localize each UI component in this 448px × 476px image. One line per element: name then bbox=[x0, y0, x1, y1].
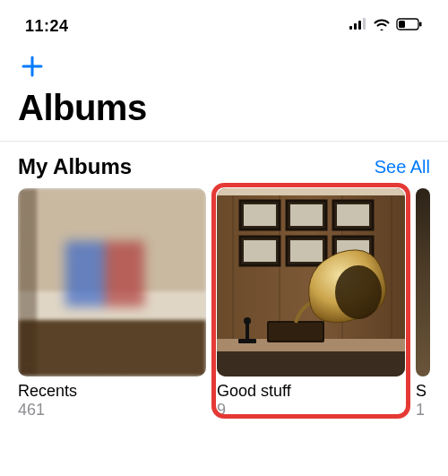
album-cover bbox=[18, 188, 206, 376]
album-name: S bbox=[416, 382, 430, 401]
svg-rect-6 bbox=[419, 22, 422, 27]
svg-rect-18 bbox=[337, 204, 369, 226]
album-count: 461 bbox=[18, 401, 206, 420]
svg-rect-32 bbox=[238, 339, 256, 343]
svg-point-29 bbox=[335, 265, 382, 319]
status-time: 11:24 bbox=[25, 17, 69, 36]
battery-icon bbox=[396, 18, 423, 34]
album-cover bbox=[217, 188, 405, 376]
svg-rect-30 bbox=[246, 323, 249, 341]
album-partial[interactable]: S 1 bbox=[416, 188, 430, 420]
album-recents[interactable]: Recents 461 bbox=[18, 188, 206, 420]
svg-rect-2 bbox=[358, 21, 361, 30]
svg-rect-14 bbox=[244, 204, 276, 226]
signal-icon bbox=[349, 18, 367, 34]
svg-rect-5 bbox=[399, 21, 405, 28]
plus-icon bbox=[21, 55, 44, 78]
page-title: Albums bbox=[18, 88, 430, 128]
album-name: Good stuff bbox=[217, 382, 405, 401]
toolbar bbox=[0, 45, 448, 84]
wifi-icon bbox=[373, 18, 391, 34]
page-header: Albums bbox=[0, 84, 448, 135]
gramophone-image bbox=[217, 188, 405, 376]
add-album-button[interactable] bbox=[18, 52, 47, 81]
status-bar: 11:24 bbox=[0, 0, 448, 45]
svg-rect-26 bbox=[217, 351, 405, 376]
albums-list[interactable]: Recents 461 bbox=[0, 188, 448, 420]
album-cover bbox=[416, 188, 430, 376]
svg-rect-20 bbox=[244, 240, 276, 262]
svg-rect-0 bbox=[349, 26, 352, 30]
svg-rect-28 bbox=[269, 323, 323, 341]
section-title: My Albums bbox=[18, 154, 132, 179]
svg-rect-3 bbox=[363, 18, 366, 30]
svg-rect-22 bbox=[290, 240, 323, 262]
album-name: Recents bbox=[18, 382, 206, 401]
status-indicators bbox=[349, 18, 423, 34]
svg-rect-16 bbox=[290, 204, 323, 226]
svg-point-31 bbox=[244, 317, 251, 325]
section-header: My Albums See All bbox=[0, 142, 448, 188]
album-count: 1 bbox=[416, 401, 430, 420]
svg-rect-1 bbox=[354, 23, 357, 30]
svg-rect-12 bbox=[217, 188, 405, 195]
album-count: 9 bbox=[217, 401, 405, 420]
album-good-stuff[interactable]: Good stuff 9 bbox=[217, 188, 405, 420]
see-all-link[interactable]: See All bbox=[375, 157, 430, 177]
